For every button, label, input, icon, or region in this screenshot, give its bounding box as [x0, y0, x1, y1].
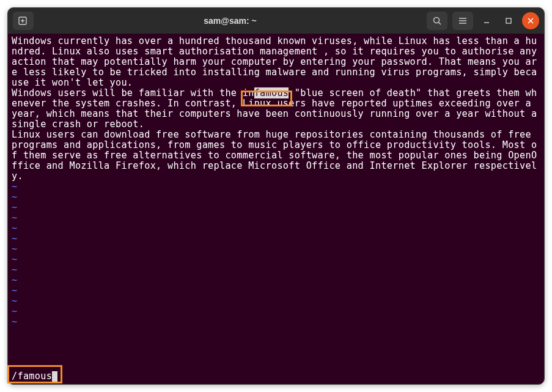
terminal-body[interactable]: Windows currently has over a hundred tho… — [8, 34, 544, 384]
tilde-line: ~ — [12, 254, 540, 265]
terminal-text: Windows currently has over a hundred tho… — [12, 36, 540, 182]
tilde-line: ~ — [12, 306, 540, 317]
paragraph-3: Linux users can download free software f… — [12, 129, 537, 182]
tilde-line: ~ — [12, 213, 540, 223]
close-button[interactable] — [522, 12, 539, 29]
minimize-icon — [483, 17, 490, 24]
tilde-line: ~ — [12, 223, 540, 234]
empty-lines: ~~~~~~~~~~~~~~ — [12, 182, 540, 327]
new-tab-button[interactable] — [13, 12, 34, 30]
titlebar: sam@sam: ~ — [8, 8, 544, 34]
tilde-line: ~ — [12, 286, 540, 296]
minimize-button[interactable] — [478, 12, 495, 29]
search-icon — [432, 16, 442, 26]
maximize-icon — [505, 17, 512, 24]
paragraph-2-pre: Windows users will be familiar with the … — [12, 87, 254, 98]
tilde-line: ~ — [12, 317, 540, 327]
tilde-line: ~ — [12, 192, 540, 202]
terminal-window: sam@sam: ~ Windows currently has over a … — [7, 7, 545, 385]
search-command: /famous — [12, 371, 52, 382]
search-button[interactable] — [427, 12, 447, 30]
tilde-line: ~ — [12, 202, 540, 213]
maximize-button[interactable] — [500, 12, 517, 29]
svg-line-4 — [439, 23, 441, 25]
window-title: sam@sam: ~ — [34, 16, 427, 26]
command-line[interactable]: /famous — [12, 371, 540, 382]
titlebar-right — [427, 12, 539, 30]
hamburger-icon — [458, 16, 468, 26]
search-highlight: famous — [254, 87, 289, 98]
tilde-line: ~ — [12, 265, 540, 275]
cursor — [52, 371, 57, 382]
menu-button[interactable] — [452, 12, 473, 30]
paragraph-1: Windows currently has over a hundred tho… — [12, 35, 543, 88]
svg-rect-9 — [506, 18, 511, 23]
tilde-line: ~ — [12, 244, 540, 254]
tilde-line: ~ — [12, 182, 540, 192]
new-tab-icon — [18, 16, 28, 26]
tilde-line: ~ — [12, 275, 540, 286]
close-icon — [527, 17, 534, 24]
tilde-line: ~ — [12, 234, 540, 244]
tilde-line: ~ — [12, 296, 540, 306]
titlebar-left — [13, 12, 34, 30]
svg-point-3 — [434, 18, 440, 23]
